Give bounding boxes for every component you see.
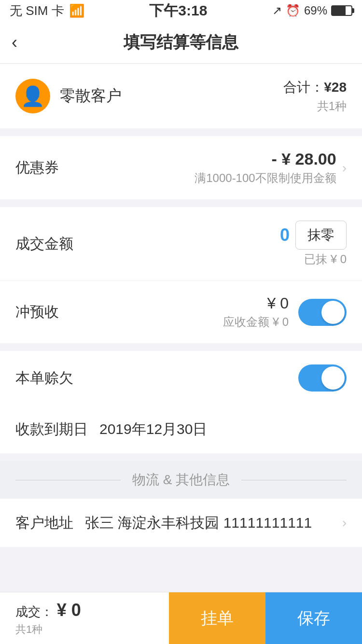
status-right: ↗ ⏰ 69%: [272, 4, 352, 17]
address-label: 客户地址: [15, 513, 73, 533]
battery-percent: 69%: [304, 4, 327, 17]
coupon-amount: - ¥ 28.00: [195, 150, 336, 168]
address-row[interactable]: 客户地址 张三 海淀永丰科技园 11111111111 ›: [0, 499, 362, 547]
divider-left: [15, 480, 121, 480]
debt-section: 本单赊欠 收款到期日 2019年12月30日: [0, 351, 362, 453]
address-value: 张三 海淀永丰科技园 11111111111: [85, 513, 312, 533]
avatar: 👤: [15, 79, 50, 113]
wifi-icon: 📶: [69, 3, 84, 18]
alarm-icon: ⏰: [286, 4, 300, 17]
bottom-bar: 成交： ¥ 0 共1种 挂单 保存: [0, 592, 362, 644]
bottom-transaction-amount: ¥ 0: [57, 600, 81, 620]
address-chevron-icon: ›: [342, 515, 347, 531]
debt-row: 本单赊欠: [0, 351, 362, 405]
hang-button[interactable]: 挂单: [169, 592, 265, 644]
status-bar: 无 SIM 卡 📶 下午3:18 ↗ ⏰ 69%: [0, 0, 362, 21]
due-date-value: 2019年12月30日: [99, 420, 207, 439]
bottom-transaction-label: 成交：: [15, 604, 53, 619]
already-rounded: 已抹 ¥ 0: [280, 252, 347, 267]
debt-label: 本单赊欠: [15, 368, 73, 388]
save-button[interactable]: 保存: [265, 592, 362, 644]
prepay-toggle[interactable]: [298, 299, 347, 326]
status-left: 无 SIM 卡 📶: [10, 2, 84, 19]
customer-total: 合计：¥28: [283, 78, 347, 97]
due-date-row: 收款到期日 2019年12月30日: [0, 405, 362, 453]
customer-row: 👤 零散客户 合计：¥28 共1种: [0, 64, 362, 128]
address-section: 客户地址 张三 海淀永丰科技园 11111111111 ›: [0, 499, 362, 547]
battery-icon: [331, 5, 352, 16]
divider-right: [241, 480, 347, 480]
content: 👤 零散客户 合计：¥28 共1种 优惠券 - ¥ 28.00 满1000-10…: [0, 64, 362, 613]
avatar-icon: 👤: [21, 85, 45, 108]
prepay-amount: ¥ 0: [223, 294, 289, 312]
bottom-transaction: 成交： ¥ 0: [15, 600, 153, 620]
customer-right: 合计：¥28 共1种: [283, 78, 347, 114]
total-amount: ¥28: [324, 80, 347, 95]
round-off-button[interactable]: 抹零: [295, 221, 347, 250]
prepay-row: 冲预收 ¥ 0 应收金额 ¥ 0: [0, 280, 362, 343]
page-title: 填写结算等信息: [124, 31, 238, 54]
logistics-section-label-row: 物流 & 其他信息: [0, 461, 362, 499]
coupon-desc: 满1000-100不限制使用金额: [195, 170, 336, 186]
total-label: 合计：: [283, 80, 324, 95]
nav-bar: ‹ 填写结算等信息: [0, 21, 362, 64]
coupon-label: 优惠券: [15, 158, 59, 178]
coupon-section: 优惠券 - ¥ 28.00 满1000-100不限制使用金额 ›: [0, 136, 362, 199]
prepay-receivable: 应收金额 ¥ 0: [223, 314, 289, 330]
customer-left: 👤 零散客户: [15, 79, 122, 113]
logistics-label: 物流 & 其他信息: [132, 471, 230, 489]
prepay-label: 冲预收: [15, 302, 59, 322]
location-icon: ↗: [272, 4, 282, 17]
transaction-value: 0: [280, 225, 290, 245]
transaction-section: 成交金额 0 抹零 已抹 ¥ 0 冲预收 ¥ 0 应收金额 ¥ 0: [0, 207, 362, 343]
toggle-knob-debt: [321, 366, 345, 390]
debt-toggle[interactable]: [298, 364, 347, 392]
total-count: 共1种: [283, 98, 347, 114]
toggle-knob: [321, 301, 345, 324]
transaction-row: 成交金额 0 抹零 已抹 ¥ 0: [0, 207, 362, 280]
carrier-label: 无 SIM 卡: [10, 2, 64, 19]
chevron-right-icon: ›: [342, 160, 347, 176]
back-button[interactable]: ‹: [12, 32, 17, 53]
due-date-label: 收款到期日: [15, 420, 88, 439]
address-row-left: 客户地址 张三 海淀永丰科技园 11111111111: [15, 513, 312, 533]
bottom-summary: 成交： ¥ 0 共1种: [0, 600, 169, 637]
bottom-count: 共1种: [15, 622, 153, 637]
status-time: 下午3:18: [149, 1, 207, 21]
coupon-row[interactable]: 优惠券 - ¥ 28.00 满1000-100不限制使用金额 ›: [0, 136, 362, 199]
customer-name: 零散客户: [60, 85, 122, 107]
transaction-label: 成交金额: [15, 234, 73, 254]
